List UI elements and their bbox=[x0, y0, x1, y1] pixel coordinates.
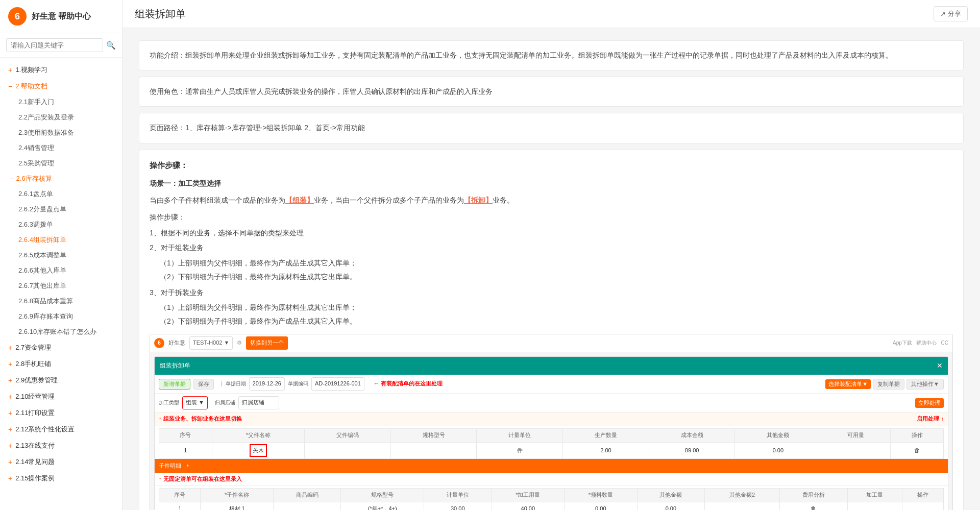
sidebar-item-261[interactable]: 2.6.1盘点单 bbox=[0, 186, 122, 202]
search-box: 🔍 bbox=[0, 33, 122, 58]
sidebar-item-mobile[interactable]: + 2.8手机旺铺 bbox=[0, 356, 122, 372]
role-card: 使用角色：通常由生产人员或库管人员完成拆装业务的操作，库管人员确认原材料的出库和… bbox=[139, 77, 964, 107]
mock-select-btn: 选择装配清单▼ bbox=[825, 379, 871, 389]
mock-logo: 6 bbox=[154, 338, 164, 348]
sidebar-item-262[interactable]: 2.6.2分量盘点单 bbox=[0, 202, 122, 217]
mock-new-btn: 新增单据 bbox=[159, 379, 190, 390]
sidebar-item-custom[interactable]: + 2.12系统个性化设置 bbox=[0, 421, 122, 438]
step2: 2、对于组装业务 bbox=[150, 241, 953, 254]
step2-1: （1）上部明细为父件明细，最终作为产成品生成其它入库单； bbox=[150, 257, 953, 270]
sidebar-item-coupon[interactable]: + 2.9优惠券管理 bbox=[0, 372, 122, 388]
mock-annot4-row: ↑ 无固定清单可在组装在这里录入 bbox=[155, 473, 948, 486]
sidebar-item-266[interactable]: 2.6.6其他入库单 bbox=[0, 263, 122, 278]
mock-code-value: AD-20191226-001 bbox=[311, 377, 364, 391]
sidebar-item-ops[interactable]: + 2.10经营管理 bbox=[0, 388, 122, 405]
mock-save-btn: 保存 bbox=[193, 379, 214, 390]
annot1: ← 有装配清单的在这里处理 bbox=[374, 379, 443, 389]
mock-lower-section-header: 子件明细 + bbox=[155, 459, 948, 473]
plus-icon-case: + bbox=[8, 474, 12, 482]
plus-icon-print: + bbox=[8, 409, 12, 417]
steps-card: 操作步骤： 场景一：加工类型选择 当由多个子件材料组装成一个成品的业务为【组装】… bbox=[139, 150, 964, 510]
plus-icon-coupon: + bbox=[8, 376, 12, 384]
mock-org-label: 归属店铺 bbox=[215, 398, 235, 407]
minus-icon-inventory: − bbox=[10, 175, 14, 183]
sidebar-item-263[interactable]: 2.6.3调拨单 bbox=[0, 217, 122, 232]
mock-date-value: 2019-12-26 bbox=[249, 377, 285, 391]
plus-icon-online: + bbox=[8, 442, 12, 450]
mock-type-row: 加工类型 组装 ▼ 归属店铺 归属店铺 立即处理 bbox=[155, 394, 948, 412]
main-area: 组装拆卸单 ↗ 分享 功能介绍：组装拆卸单用来处理企业组装或拆卸等加工业务，支持… bbox=[122, 0, 980, 510]
mock-copy-btn: 复制单据 bbox=[873, 379, 904, 390]
mock-close-icon: ✕ bbox=[937, 359, 943, 372]
share-icon: ↗ bbox=[940, 10, 946, 18]
mock-topbar-icons: App下载 帮助中心 CC bbox=[893, 338, 948, 348]
sidebar-logo: 6 好生意 帮助中心 bbox=[0, 0, 122, 33]
step3: 3、对于拆装业务 bbox=[150, 286, 953, 299]
mock-type-value: 组装 ▼ bbox=[182, 396, 208, 409]
logo-text: 好生意 帮助中心 bbox=[32, 11, 91, 22]
step1: 1、根据不同的业务，选择不同单据的类型来处理 bbox=[150, 227, 953, 239]
plus-icon-mobile: + bbox=[8, 360, 12, 368]
mock-lower-table-wrap: 序号 *子件名称 商品编码 规格型号 计量单位 *加工用量 *领料数量 其他金额 bbox=[155, 486, 948, 510]
sidebar-item-2610[interactable]: 2.6.10库存账本错了怎么办 bbox=[0, 324, 122, 339]
sidebar-item-264[interactable]: 2.6.4组装拆卸单 bbox=[0, 232, 122, 248]
mock-upper-row1: 1 关木 件 2.00 89.00 0.00 bbox=[159, 442, 944, 459]
sidebar-item-faq[interactable]: + 2.14常见问题 bbox=[0, 454, 122, 470]
sidebar-item-new[interactable]: 2.1新手入门 bbox=[0, 94, 122, 110]
add-row-icon: + bbox=[186, 462, 189, 471]
step3-1: （1）上部明细为父件明细，最终作为原材料生成其它出库单； bbox=[150, 301, 953, 314]
sidebar-item-data[interactable]: 2.3使用前数据准备 bbox=[0, 125, 122, 140]
mock-org-value: 归属店铺 bbox=[238, 396, 279, 409]
plus-icon: + bbox=[8, 66, 12, 74]
mock-topbar: 6 好生意 TEST-H002 ▼ ⚙ 切换到另一个 App下载 帮助中心 CC bbox=[150, 334, 952, 352]
sidebar-item-finance[interactable]: + 2.7资金管理 bbox=[0, 339, 122, 356]
plus-icon-faq: + bbox=[8, 458, 12, 466]
mock-modal-wrapper: 组装拆卸单 ✕ 新增单据 保存 | 单据日期 2019-12-26 单据编码 bbox=[150, 352, 952, 510]
mock-modal: 组装拆卸单 ✕ 新增单据 保存 | 单据日期 2019-12-26 单据编码 bbox=[154, 356, 948, 510]
scene-desc: 当由多个子件材料组装成一个成品的业务为【组装】业务，当由一个父件拆分成多个子产品… bbox=[150, 194, 953, 207]
content-area: 功能介绍：组装拆卸单用来处理企业组装或拆卸等加工业务，支持有固定装配清单的产品加… bbox=[122, 28, 980, 510]
logo-icon: 6 bbox=[8, 7, 27, 26]
plus-icon-finance: + bbox=[8, 344, 12, 352]
mock-type-label: 加工类型 bbox=[159, 398, 179, 407]
sidebar-item-267[interactable]: 2.6.7其他出库单 bbox=[0, 278, 122, 294]
sidebar-item-install[interactable]: 2.2产品安装及登录 bbox=[0, 110, 122, 125]
sidebar-item-inventory[interactable]: − 2.6库存核算 bbox=[0, 171, 122, 186]
mock-other-btn: 其他操作▼ bbox=[906, 379, 944, 390]
sidebar-item-268[interactable]: 2.6.8商品成本重算 bbox=[0, 294, 122, 309]
sidebar-item-sales[interactable]: 2.4销售管理 bbox=[0, 140, 122, 156]
sidebar-item-269[interactable]: 2.6.9库存账本查询 bbox=[0, 309, 122, 324]
annot4: ↑ 无固定清单可在组装在这里录入 bbox=[159, 476, 242, 482]
path-text: 页面路径：1、库存核算->库存管理->组装拆卸单 2、首页->常用功能 bbox=[150, 124, 365, 132]
plus-icon-ops: + bbox=[8, 393, 12, 401]
sidebar-item-online[interactable]: + 2.13在线支付 bbox=[0, 438, 122, 454]
role-text: 使用角色：通常由生产人员或库管人员完成拆装业务的操作，库管人员确认原材料的出库和… bbox=[150, 87, 493, 95]
annot3: 启用处理 ↑ bbox=[917, 414, 944, 424]
step3-2: （2）下部明细为子件明细，最终作为产成品生成其它入库单。 bbox=[150, 315, 953, 328]
mock-app: 6 好生意 TEST-H002 ▼ ⚙ 切换到另一个 App下载 帮助中心 CC bbox=[150, 334, 952, 510]
step2-2: （2）下部明细为子件明细，最终作为原材料生成其它出库单。 bbox=[150, 271, 953, 283]
path-card: 页面路径：1、库存核算->库存管理->组装拆卸单 2、首页->常用功能 bbox=[139, 113, 964, 143]
mock-code-label: 单据编码 bbox=[288, 379, 308, 388]
minus-icon: − bbox=[8, 82, 12, 90]
mock-lower-table: 序号 *子件名称 商品编码 规格型号 计量单位 *加工用量 *领料数量 其他金额 bbox=[159, 488, 944, 510]
sidebar-item-docs[interactable]: − 2.帮助文档 bbox=[0, 78, 122, 94]
search-icon[interactable]: 🔍 bbox=[106, 41, 116, 50]
screenshot-container: 6 好生意 TEST-H002 ▼ ⚙ 切换到另一个 App下载 帮助中心 CC bbox=[150, 334, 953, 510]
intro-card: 功能介绍：组装拆卸单用来处理企业组装或拆卸等加工业务，支持有固定装配清单的产品加… bbox=[139, 40, 964, 70]
sidebar-item-video[interactable]: + 1.视频学习 bbox=[0, 62, 122, 78]
sidebar-item-purchase[interactable]: 2.5采购管理 bbox=[0, 156, 122, 171]
mock-company-select: TEST-H002 ▼ bbox=[189, 336, 233, 350]
mock-upper-table: 序号 *父件名称 父件编码 规格型号 计量单位 生产数量 成本金额 其他金额 bbox=[159, 428, 944, 459]
mock-upper-table-wrap: 序号 *父件名称 父件编码 规格型号 计量单位 生产数量 成本金额 其他金额 bbox=[155, 426, 948, 459]
mock-modal-header: 组装拆卸单 ✕ bbox=[155, 357, 948, 375]
mock-date-label: 单据日期 bbox=[226, 379, 246, 388]
mock-confirm-btn: 立即处理 bbox=[915, 398, 944, 408]
mock-gear-icon: ⚙ bbox=[237, 338, 242, 348]
sidebar-item-print[interactable]: + 2.11打印设置 bbox=[0, 405, 122, 421]
sidebar-item-case[interactable]: + 2.15操作案例 bbox=[0, 470, 122, 487]
nav-section: + 1.视频学习 − 2.帮助文档 2.1新手入门 2.2产品安装及登录 2.3… bbox=[0, 58, 122, 491]
search-input[interactable] bbox=[6, 38, 103, 52]
sidebar-item-265[interactable]: 2.6.5成本调整单 bbox=[0, 248, 122, 263]
share-button[interactable]: ↗ 分享 bbox=[934, 6, 968, 21]
